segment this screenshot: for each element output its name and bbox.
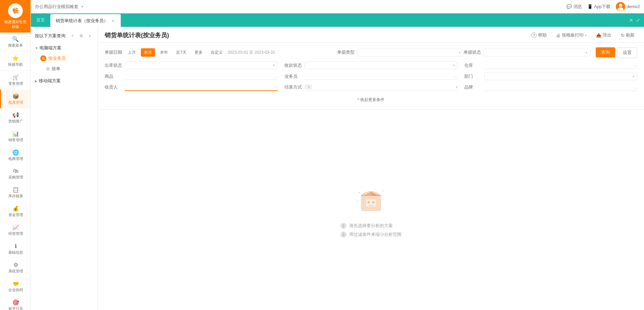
dept-control: ▾	[484, 72, 637, 80]
main-panel: 销货单统计表(按业务员) ? 帮助 🖨 按模板打印 ▾ 📤	[98, 27, 644, 310]
desktop-section-header[interactable]: ▼ 电脑端方案	[31, 43, 98, 53]
filter-row-4: 收货人 ... 结算方式	[105, 84, 637, 91]
help-label: 帮助	[538, 32, 547, 38]
filter-dept-item: 部门 ▾	[464, 72, 637, 80]
sidebar-item-inventory[interactable]: 📋 库存核算	[0, 183, 31, 202]
app-download-btn[interactable]: 📱 App下载	[587, 4, 610, 10]
date-btn-custom[interactable]: 自定义	[208, 48, 226, 57]
date-btn-last-month[interactable]: 上月	[125, 48, 139, 57]
filter-row-actions: 查询 设置	[590, 47, 637, 58]
desktop-section-label: 电脑端方案	[40, 45, 61, 51]
receiver-control: ...	[125, 84, 278, 91]
brand-label: 品牌	[464, 84, 482, 90]
expand-tab-btn[interactable]: ⤢	[636, 17, 640, 23]
settings-scheme-btn[interactable]: ⚙	[77, 32, 85, 40]
marketing-label: 营销推广	[8, 119, 23, 124]
tab-home[interactable]: 首页	[31, 13, 50, 27]
system-label: 系统管理	[8, 269, 23, 274]
sidebar-item-enterprise[interactable]: 🤝 企业协同	[0, 277, 31, 296]
sidebar: 畅 畅捷通好生意 标版 🔍 搜索菜单 ⭐ 快捷导航 🛒 零售管理 📦 批发管理 …	[0, 0, 31, 310]
goods-label: 商品	[105, 73, 122, 80]
sidebar-item-guide[interactable]: 🎯 新手引导	[0, 296, 31, 310]
svg-point-8	[372, 201, 374, 203]
help-btn[interactable]: ? 帮助	[529, 31, 549, 40]
filter-row-2: 出库状态 ▾ 收款状态	[105, 61, 637, 69]
svg-point-1	[619, 4, 622, 7]
collapse-icon: «	[89, 34, 91, 38]
purchase-label: 采购管理	[8, 175, 23, 180]
scheme-salesman[interactable]: 按 按业务员	[31, 53, 98, 64]
side-panel-header: 按以下方案查询 + ⚙ «	[31, 30, 98, 42]
mobile-section-header[interactable]: ▶ 移动端方案	[31, 76, 98, 86]
sidebar-item-marketing[interactable]: 📢 营销推广	[0, 108, 31, 127]
filter-status-item: 单据状态 ▾	[464, 49, 590, 56]
sidebar-item-sales[interactable]: 📊 销售管理	[0, 127, 31, 146]
export-btn[interactable]: 📤 导出	[593, 31, 614, 40]
sales-icon: 📊	[12, 131, 19, 137]
date-btn-this-month[interactable]: 本月	[141, 48, 155, 57]
out-status-select[interactable]: ▾	[125, 61, 278, 69]
filter-goods-item: 商品 ...	[105, 73, 278, 80]
date-btn-7days[interactable]: 近7天	[173, 48, 190, 57]
query-btn[interactable]: 查询	[596, 47, 615, 57]
sidebar-search[interactable]: 🔍 搜索菜单	[0, 33, 31, 52]
collapse-panel-btn[interactable]: «	[86, 32, 94, 40]
sidebar-quicknav[interactable]: ⭐ 快捷导航	[0, 52, 31, 71]
export-icon: 📤	[596, 33, 601, 38]
date-btn-this-year[interactable]: 本年	[157, 48, 171, 57]
sidebar-item-basic[interactable]: ℹ 基础信息	[0, 240, 31, 258]
receiver-dots[interactable]: ...	[274, 85, 278, 89]
tab-sales-stat[interactable]: 销货单统计表（按业务员） ✕	[50, 14, 121, 28]
dept-select[interactable]: ▾	[484, 72, 637, 80]
sidebar-item-system[interactable]: ⚙ 系统管理	[0, 258, 31, 277]
basic-icon: ℹ	[15, 243, 17, 249]
goods-dots[interactable]: ...	[274, 74, 278, 79]
ecommerce-label: 电商管理	[8, 156, 23, 161]
settlement-label: 结算方式	[284, 84, 302, 90]
filter-brand-item: 品牌 ...	[464, 84, 637, 91]
retail-icon: 🛒	[12, 74, 19, 81]
breadcrumb-dropdown-icon[interactable]: ▾	[81, 4, 84, 9]
sidebar-item-retail[interactable]: 🛒 零售管理	[0, 71, 31, 90]
salesman-dots[interactable]: ...	[454, 74, 458, 79]
settlement-tag-close[interactable]: ×	[308, 85, 310, 89]
settlement-arrow[interactable]: ▾	[456, 85, 458, 89]
add-scheme-btn[interactable]: +	[69, 32, 76, 40]
out-status-label: 出库状态	[105, 62, 122, 68]
sales-label: 销售管理	[8, 138, 23, 143]
user-menu[interactable]: demo2	[616, 2, 640, 11]
pay-status-select[interactable]: ▾	[305, 61, 458, 69]
filter-area: 单据日期 上月 本月 本年 近7天 更多 自定义 2023-03-01 至 20…	[98, 43, 644, 110]
close-all-tabs-btn[interactable]: ✕	[629, 17, 633, 23]
logo-text: 畅捷通好生意 标版	[4, 19, 26, 29]
sidebar-item-wholesale[interactable]: 📦 批发管理	[0, 90, 31, 108]
refresh-btn[interactable]: ↻ 刷新	[618, 31, 637, 40]
basic-label: 基础信息	[8, 250, 23, 255]
tab-home-label: 首页	[36, 17, 45, 23]
empty-tip-2: 2 用过滤条件来缩小分析范围	[340, 231, 401, 238]
page-header: 销货单统计表(按业务员) ? 帮助 🖨 按模板打印 ▾ 📤	[98, 27, 644, 43]
tab-close-btn[interactable]: ✕	[110, 18, 115, 23]
filter-salesman-item: 业务员 ...	[284, 73, 458, 80]
app-download-icon: 📱	[587, 4, 593, 9]
empty-icon	[354, 183, 388, 216]
inventory-icon: 📋	[12, 187, 19, 193]
sidebar-item-operation[interactable]: 📈 经营管理	[0, 221, 31, 240]
sidebar-item-purchase[interactable]: 🛍 采购管理	[0, 165, 31, 183]
message-btn[interactable]: 💬 消息	[567, 4, 582, 10]
wholesale-icon: 📦	[12, 93, 19, 99]
collapse-filter-btn[interactable]: ^ 收起更多条件	[105, 94, 637, 105]
date-label: 单据日期	[105, 49, 122, 55]
date-btn-more[interactable]: 更多	[192, 48, 206, 57]
settings-btn[interactable]: 设置	[617, 47, 637, 58]
sidebar-item-finance[interactable]: 💰 资金管理	[0, 202, 31, 221]
tip-num-1: 1	[340, 223, 346, 229]
type-select[interactable]: ▾	[357, 49, 464, 56]
sidebar-item-ecommerce[interactable]: 🌐 电商管理	[0, 146, 31, 165]
status-select[interactable]: ▾	[484, 49, 590, 56]
scheme-order[interactable]: ⊞ 按单	[31, 64, 98, 74]
warehouse-dots[interactable]: ...	[634, 63, 637, 67]
tabbar: 首页 销货单统计表（按业务员） ✕ ✕ ⤢	[31, 13, 644, 27]
print-btn[interactable]: 🖨 按模板打印 ▾	[553, 31, 589, 40]
brand-dots[interactable]: ...	[634, 85, 637, 90]
